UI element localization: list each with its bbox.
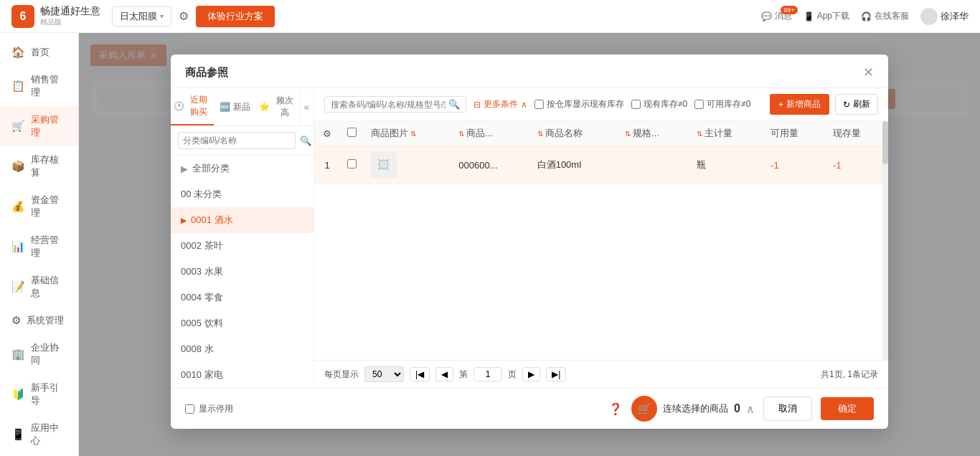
cart-label: 连续选择的商品 [663,402,728,415]
more-filter-button[interactable]: ⊟ 更多条件 ∧ [473,98,527,110]
table-row[interactable]: 1 🖼 000600... 白酒100ml 瓶 [314,146,888,184]
col-name-sort[interactable]: ⇅ 商品名称 [537,127,583,140]
stock-display-checkbox[interactable] [534,100,544,109]
cat-item-0004[interactable]: 0004 零食 [171,285,314,310]
sort-icon: ⇅ [410,130,416,138]
help-icon[interactable]: ❓ [608,402,623,416]
modal-footer: 显示停用 ❓ 🛒 连续选择的商品 0 ∧ 取消 确定 [171,388,888,429]
cancel-button[interactable]: 取消 [763,396,812,421]
col-unit-sort[interactable]: ⇅ 主计量 [697,127,732,140]
page-size-select[interactable]: 50 10 20 100 [364,366,404,382]
col-available[interactable]: 可用量 [763,121,826,146]
cat-item-all[interactable]: ▶ 全部分类 [171,156,314,181]
usable-checkbox-label[interactable]: 可用库存≠0 [694,98,750,110]
confirm-button[interactable]: 确定 [821,397,874,420]
sidebar-item-operation[interactable]: 📊 经营管理 [0,227,78,267]
sidebar-item-corp[interactable]: 🏢 企业协同 [0,334,78,374]
col-unit[interactable]: ⇅ 主计量 [689,121,763,146]
category-panel: 🕐 近期购买 🆕 新品 ⭐ 频次高 « [171,88,314,388]
user-area[interactable]: 徐泽华 [920,8,969,25]
modal-body: 🕐 近期购买 🆕 新品 ⭐ 频次高 « [171,88,888,388]
sidebar-item-inventory[interactable]: 📦 库存核算 [0,146,78,186]
sidebar-item-appcenter[interactable]: 📱 应用中心 [0,414,78,455]
cat-item-0002[interactable]: 0002 茶叶 [171,233,314,259]
cat-item-0001[interactable]: ▶ 0001 酒水 [171,207,314,233]
col-code[interactable]: ⇅ 商品... [451,121,529,146]
scroll-track [882,121,888,360]
prev-page-button[interactable]: ◀ [435,367,453,381]
cat-tab-recent[interactable]: 🕐 近期购买 [171,88,214,125]
last-page-button[interactable]: ▶| [546,367,566,381]
experience-btn[interactable]: 体验行业方案 [196,6,275,27]
col-img-sort[interactable]: 商品图片 ⇅ [371,127,416,140]
cat-tab-frequent[interactable]: ⭐ 频次高 [256,88,299,125]
stock-display-checkbox-label[interactable]: 按仓库显示现有库存 [534,98,624,110]
cart-collapse-button[interactable]: ∧ [746,402,755,416]
col-code-sort[interactable]: ⇅ 商品... [458,127,493,140]
cat-item-0008-label: 0008 水 [181,343,214,356]
product-search-input[interactable] [331,100,446,110]
refresh-button[interactable]: ↻ 刷新 [835,94,878,115]
add-product-button[interactable]: + 新增商品 [770,94,829,115]
col-spec-sort[interactable]: ⇅ 规格... [625,127,659,140]
sidebar-item-guide[interactable]: 🔰 新手引导 [0,374,78,414]
sort-icon-spec: ⇅ [625,130,631,138]
cat-item-0010[interactable]: 0010 家电 [171,362,314,388]
cat-item-0003[interactable]: 0003 水果 [171,259,314,285]
cat-item-00[interactable]: 00 未分类 [171,181,314,207]
next-page-button[interactable]: ▶ [522,367,540,381]
sidebar-item-home[interactable]: 🏠 首页 [0,39,78,66]
display-disabled-checkbox[interactable] [185,404,194,414]
settings-button[interactable]: ⚙ [179,9,189,23]
sidebar-item-sales[interactable]: 📋 销售管理 [0,66,78,106]
sidebar-label-basic: 基础信息 [31,274,67,300]
sidebar-item-finance[interactable]: 💰 资金管理 [0,186,78,227]
user-avatar [920,8,938,25]
cat-item-0005[interactable]: 0005 饮料 [171,310,314,336]
footer-right: ❓ 🛒 连续选择的商品 0 ∧ 取消 确定 [608,396,874,422]
col-available-label: 可用量 [771,128,798,138]
row-checkbox[interactable] [347,159,357,168]
available-checkbox[interactable] [631,100,641,109]
col-name[interactable]: ⇅ 商品名称 [530,121,618,146]
cart-button[interactable]: 🛒 [631,396,657,422]
usable-checkbox[interactable] [694,100,704,109]
layout: 🏠 首页 📋 销售管理 🛒 采购管理 📦 库存核算 💰 资金管理 📊 经营管理 … [0,33,980,456]
online-service-area[interactable]: 🎧 在线客服 [861,10,909,22]
col-settings[interactable]: ⚙ [314,121,340,146]
search-icon: 🔍 [448,99,460,110]
scroll-thumb[interactable] [882,121,888,164]
page-number-input[interactable] [473,367,502,381]
top-header: 6 畅捷通好生意 精品版 日太阳膜 ▾ ⚙ 体验行业方案 💬 消息 99+ 📱 … [0,0,980,33]
username: 徐泽华 [941,10,969,23]
category-search-button[interactable]: 🔍 [300,136,312,146]
sidebar-item-basic[interactable]: 📝 基础信息 [0,267,78,307]
notification-area[interactable]: 💬 消息 99+ [761,10,792,22]
cat-tab-recent-label: 近期购买 [187,94,211,118]
store-selector[interactable]: 日太阳膜 ▾ [112,6,171,27]
col-img[interactable]: 商品图片 ⇅ [364,121,451,146]
refresh-icon: ↻ [843,100,850,110]
triangle-icon: ▶ [181,163,188,174]
col-checkbox[interactable] [340,121,364,146]
row-checkbox-cell[interactable] [340,146,364,184]
cat-item-0008[interactable]: 0008 水 [171,336,314,362]
cat-collapse-button[interactable]: « [299,88,314,125]
sort-icon-name: ⇅ [537,130,543,138]
modal-title: 商品参照 [185,66,228,80]
app-sub: 精品版 [40,17,100,27]
modal-close-button[interactable]: ✕ [863,65,874,80]
col-spec[interactable]: ⇅ 规格... [618,121,689,146]
product-search-wrap: 🔍 [324,96,466,113]
sidebar-item-system[interactable]: ⚙ 系统管理 [0,307,78,334]
app-download-area[interactable]: 📱 App下载 [804,10,849,22]
category-search-input[interactable] [178,132,296,149]
col-stock[interactable]: 现存量 [826,121,888,146]
cat-tab-new[interactable]: 🆕 新品 [214,88,257,125]
available-checkbox-label[interactable]: 现有库存≠0 [631,98,687,110]
first-page-button[interactable]: |◀ [410,367,430,381]
row-spec-cell [618,146,689,184]
sidebar-item-purchase[interactable]: 🛒 采购管理 [0,106,78,146]
plus-icon: + [778,100,783,110]
select-all-checkbox[interactable] [347,128,357,137]
